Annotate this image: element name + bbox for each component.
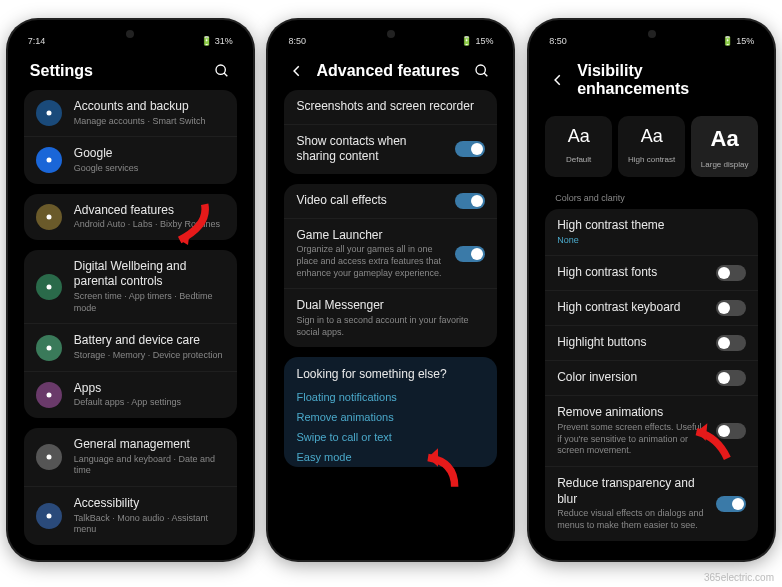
row-text: Highlight buttons [557, 335, 704, 351]
toggle-switch[interactable] [455, 246, 485, 262]
toggle-switch[interactable] [716, 300, 746, 316]
row-text: GoogleGoogle services [74, 146, 225, 174]
settings-row[interactable]: Battery and device careStorage · Memory … [24, 323, 237, 370]
row-text: High contrast keyboard [557, 300, 704, 316]
watermark: 365electric.com [704, 572, 774, 583]
feature-section: Screenshots and screen recorderShow cont… [284, 90, 497, 174]
settings-row[interactable]: General managementLanguage and keyboard … [24, 428, 237, 486]
row-text: Dual MessengerSign in to a second accoun… [296, 298, 485, 338]
row-icon [36, 274, 62, 300]
row-title: Game Launcher [296, 228, 443, 244]
row-text: Remove animationsPrevent some screen eff… [557, 405, 704, 457]
row-title: Google [74, 146, 225, 162]
visibility-row[interactable]: Remove animationsPrevent some screen eff… [545, 395, 758, 466]
row-text: Battery and device careStorage · Memory … [74, 333, 225, 361]
svg-point-7 [46, 392, 51, 397]
mode-sample: Aa [620, 126, 683, 147]
looking-link[interactable]: Remove animations [284, 407, 497, 427]
svg-point-0 [216, 65, 225, 74]
settings-row[interactable]: Advanced featuresAndroid Auto · Labs · B… [24, 194, 237, 240]
page-title: Advanced features [316, 62, 463, 80]
feature-section: Video call effectsGame LauncherOrganize … [284, 184, 497, 348]
settings-row[interactable]: Accounts and backupManage accounts · Sma… [24, 90, 237, 136]
settings-section: General managementLanguage and keyboard … [24, 428, 237, 545]
search-icon[interactable] [473, 62, 491, 80]
toggle-switch[interactable] [716, 496, 746, 512]
visibility-row[interactable]: Reduce transparency and blurReduce visua… [545, 466, 758, 541]
status-right: 🔋 31% [201, 36, 233, 46]
row-text: Color inversion [557, 370, 704, 386]
row-text: Reduce transparency and blurReduce visua… [557, 476, 704, 532]
toggle-switch[interactable] [716, 335, 746, 351]
status-time: 8:50 [288, 36, 306, 46]
visibility-row[interactable]: Highlight buttons [545, 325, 758, 360]
row-text: High contrast fonts [557, 265, 704, 281]
row-icon [36, 503, 62, 529]
screen: 7:14 🔋 31% Settings Accounts and backupM… [14, 26, 247, 554]
row-text: Video call effects [296, 193, 443, 209]
looking-link[interactable]: Swipe to call or text [284, 427, 497, 447]
status-time: 8:50 [549, 36, 567, 46]
svg-point-5 [46, 284, 51, 289]
mode-card[interactable]: AaDefault [545, 116, 612, 177]
looking-section: Looking for something else?Floating noti… [284, 357, 497, 467]
toggle-switch[interactable] [716, 265, 746, 281]
row-icon [36, 100, 62, 126]
settings-row[interactable]: AppsDefault apps · App settings [24, 371, 237, 418]
looking-link[interactable]: Floating notifications [284, 387, 497, 407]
row-text: AccessibilityTalkBack · Mono audio · Ass… [74, 496, 225, 536]
phone-advanced-features: 8:50 🔋 15% Advanced features Screenshots… [268, 20, 513, 560]
toggle-switch[interactable] [455, 193, 485, 209]
row-subtitle: Language and keyboard · Date and time [74, 454, 225, 477]
visibility-row[interactable]: High contrast themeNone [545, 209, 758, 255]
back-icon[interactable] [551, 72, 567, 88]
row-title: Accounts and backup [74, 99, 225, 115]
mode-label: Default [547, 155, 610, 164]
settings-row[interactable]: AccessibilityTalkBack · Mono audio · Ass… [24, 486, 237, 545]
toggle-switch[interactable] [716, 370, 746, 386]
toggle-switch[interactable] [716, 423, 746, 439]
visibility-row[interactable]: High contrast fonts [545, 255, 758, 290]
row-title: General management [74, 437, 225, 453]
settings-row[interactable]: GoogleGoogle services [24, 136, 237, 183]
row-subtitle: Reduce visual effects on dialogs and men… [557, 508, 704, 531]
svg-point-10 [476, 65, 485, 74]
back-icon[interactable] [290, 63, 306, 79]
mode-card[interactable]: AaLarge display [691, 116, 758, 177]
row-subtitle: TalkBack · Mono audio · Assistant menu [74, 513, 225, 536]
visibility-row[interactable]: Color inversion [545, 360, 758, 395]
looking-link[interactable]: Easy mode [284, 447, 497, 467]
toggle-switch[interactable] [455, 141, 485, 157]
row-title: High contrast keyboard [557, 300, 704, 316]
row-title: Highlight buttons [557, 335, 704, 351]
feature-row[interactable]: Video call effects [284, 184, 497, 218]
row-subtitle: Prevent some screen effects. Useful if y… [557, 422, 704, 457]
row-icon [36, 444, 62, 470]
feature-row[interactable]: Screenshots and screen recorder [284, 90, 497, 124]
mode-sample: Aa [693, 126, 756, 152]
feature-row[interactable]: Game LauncherOrganize all your games all… [284, 218, 497, 289]
camera-notch [126, 30, 134, 38]
feature-row[interactable]: Show contacts when sharing content [284, 124, 497, 174]
search-icon[interactable] [213, 62, 231, 80]
row-title: Show contacts when sharing content [296, 134, 443, 165]
display-mode-cards: AaDefaultAaHigh contrastAaLarge display [541, 108, 762, 189]
row-text: Advanced featuresAndroid Auto · Labs · B… [74, 203, 225, 231]
row-title: Battery and device care [74, 333, 225, 349]
svg-point-4 [46, 214, 51, 219]
colors-section: High contrast themeNoneHigh contrast fon… [545, 209, 758, 541]
visibility-row[interactable]: High contrast keyboard [545, 290, 758, 325]
row-title: High contrast theme [557, 218, 746, 234]
row-icon [36, 204, 62, 230]
feature-row[interactable]: Dual MessengerSign in to a second accoun… [284, 288, 497, 347]
status-right: 🔋 15% [461, 36, 493, 46]
settings-row[interactable]: Digital Wellbeing and parental controlsS… [24, 250, 237, 324]
row-subtitle: Android Auto · Labs · Bixby Routines [74, 219, 225, 231]
row-title: Accessibility [74, 496, 225, 512]
row-title: Reduce transparency and blur [557, 476, 704, 507]
mode-card[interactable]: AaHigh contrast [618, 116, 685, 177]
mode-label: Large display [693, 160, 756, 169]
svg-point-2 [46, 111, 51, 116]
row-text: Digital Wellbeing and parental controlsS… [74, 259, 225, 315]
svg-point-6 [46, 345, 51, 350]
